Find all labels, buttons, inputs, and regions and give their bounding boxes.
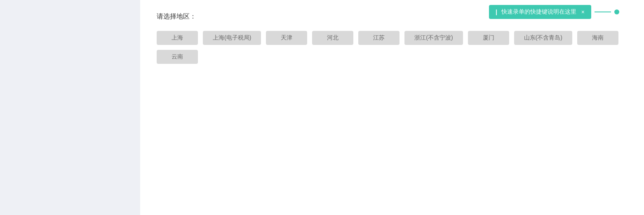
- region-btn-yunnan[interactable]: 云南: [157, 50, 198, 64]
- region-buttons-container: 上海上海(电子税局)天津河北江苏浙江(不含宁波)厦门山东(不含青岛)海南云南: [157, 31, 628, 64]
- tooltip-text: 快速录单的快捷键说明在这里: [501, 8, 576, 16]
- tooltip-connector-dot: [614, 9, 619, 14]
- region-btn-jiangsu[interactable]: 江苏: [358, 31, 400, 45]
- region-btn-xiamen[interactable]: 厦门: [468, 31, 509, 45]
- tooltip-close-button[interactable]: ×: [581, 9, 585, 15]
- region-btn-tianjin[interactable]: 天津: [266, 31, 307, 45]
- region-btn-shanghai-etax[interactable]: 上海(电子税局): [203, 31, 261, 45]
- region-btn-shanghai[interactable]: 上海: [157, 31, 198, 45]
- tooltip-connector-line: [595, 12, 611, 12]
- sidebar: [0, 0, 140, 215]
- main-content: 请选择地区： 上海上海(电子税局)天津河北江苏浙江(不含宁波)厦门山东(不含青岛…: [140, 0, 644, 215]
- region-btn-hainan[interactable]: 海南: [577, 31, 618, 45]
- region-btn-zhejiang[interactable]: 浙江(不含宁波): [404, 31, 463, 45]
- region-btn-shandong[interactable]: 山东(不含青岛): [514, 31, 572, 45]
- region-btn-hebei[interactable]: 河北: [312, 31, 353, 45]
- tooltip-container: 快速录单的快捷键说明在这里 ×: [489, 5, 619, 19]
- tooltip-bubble: 快速录单的快捷键说明在这里 ×: [489, 5, 591, 19]
